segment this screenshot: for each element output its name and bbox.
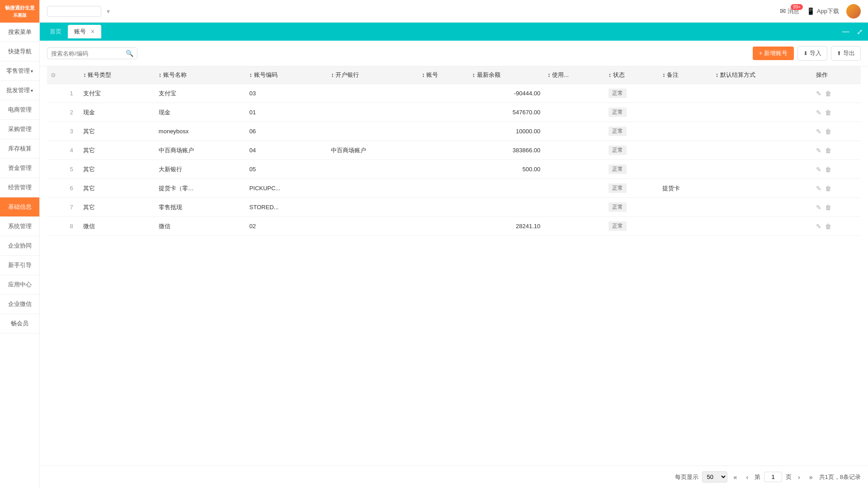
- cell-type-3: 其它: [80, 141, 155, 160]
- sidebar-item-member[interactable]: 畅会员: [0, 314, 39, 333]
- toolbar-right: + 新增账号 ⬇ 导入 ⬆ 导出: [753, 46, 861, 61]
- delete-button[interactable]: 🗑: [825, 128, 831, 135]
- prev-page-button[interactable]: ‹: [743, 473, 751, 482]
- cell-settlement-0: [712, 84, 812, 103]
- sidebar-item-inventory-check[interactable]: 库存核算: [0, 139, 39, 159]
- header-right: ✉ 消息 99+ 📱 App下载: [780, 4, 861, 19]
- first-page-button[interactable]: «: [731, 473, 740, 482]
- edit-button[interactable]: ✎: [816, 128, 821, 135]
- logo-subtext: 乐惠版: [5, 12, 35, 19]
- tab-home[interactable]: 首页: [43, 25, 68, 38]
- sidebar-item-ecommerce-mgmt[interactable]: 电商管理: [0, 100, 39, 120]
- cell-bank-2: [327, 122, 418, 141]
- message-button[interactable]: ✉ 消息 99+: [780, 7, 799, 15]
- cell-balance-4: 500.00: [468, 160, 544, 179]
- maximize-icon[interactable]: ⤢: [855, 26, 864, 38]
- edit-button[interactable]: ✎: [816, 166, 821, 173]
- delete-button[interactable]: 🗑: [825, 204, 831, 211]
- sidebar-item-enterprise-agreement[interactable]: 企业协同: [0, 236, 39, 256]
- page-size-select[interactable]: 50 10 20 100: [702, 471, 727, 483]
- phone-icon: 📱: [807, 7, 815, 15]
- top-search-input[interactable]: [47, 6, 101, 17]
- col-type[interactable]: ↕ 账号类型: [80, 66, 155, 84]
- sidebar-item-quick-nav[interactable]: 快捷导航: [0, 42, 39, 61]
- cell-settlement-6: [712, 198, 812, 217]
- edit-button[interactable]: ✎: [816, 109, 821, 116]
- tab-close-icon[interactable]: ✕: [90, 28, 95, 35]
- edit-button[interactable]: ✎: [816, 90, 821, 97]
- import-button[interactable]: ⬇ 导入: [797, 46, 827, 61]
- edit-button[interactable]: ✎: [816, 185, 821, 192]
- cell-type-0: 支付宝: [80, 84, 155, 103]
- cell-account-3: [418, 141, 468, 160]
- delete-button[interactable]: 🗑: [825, 147, 831, 154]
- col-status[interactable]: ↕ 状态: [605, 66, 659, 84]
- pagination: 每页显示 50 10 20 100 « ‹ 第 页 › » 共1页，8条记录: [40, 465, 868, 488]
- cell-index-1: [47, 103, 63, 122]
- col-balance[interactable]: ↕ 最新余额: [468, 66, 544, 84]
- edit-button[interactable]: ✎: [816, 204, 821, 211]
- delete-button[interactable]: 🗑: [825, 185, 831, 192]
- edit-button[interactable]: ✎: [816, 147, 821, 154]
- next-page-button[interactable]: ›: [795, 473, 803, 482]
- content-area: 🔍 + 新增账号 ⬇ 导入 ⬆ 导出: [40, 41, 868, 488]
- sidebar-item-fund-mgmt[interactable]: 资金管理: [0, 159, 39, 178]
- status-badge: 正常: [609, 89, 627, 98]
- col-code[interactable]: ↕ 账号编码: [246, 66, 328, 84]
- toolbar-left: 🔍: [47, 47, 137, 59]
- add-account-button[interactable]: + 新增账号: [753, 47, 794, 60]
- last-page-button[interactable]: »: [807, 473, 816, 482]
- col-remark[interactable]: ↕ 备注: [659, 66, 712, 84]
- cell-status-7: 正常: [605, 217, 659, 236]
- delete-button[interactable]: 🗑: [825, 90, 831, 97]
- sidebar-item-wholesale-mgmt[interactable]: 批发管理 ▾: [0, 81, 39, 100]
- cell-type-7: 微信: [80, 217, 155, 236]
- col-bank[interactable]: ↕ 开户银行: [327, 66, 418, 84]
- col-name[interactable]: ↕ 账号名称: [155, 66, 246, 84]
- sidebar-item-operations-mgmt[interactable]: 经营管理: [0, 178, 39, 197]
- cell-num-1: 2: [63, 103, 80, 122]
- col-settlement[interactable]: ↕ 默认结算方式: [712, 66, 812, 84]
- minimize-icon[interactable]: —: [840, 26, 851, 38]
- table-row: 4 其它 中百商场账户 04 中百商场账户 383866.00 正常 ✎ 🗑: [47, 141, 861, 160]
- delete-button[interactable]: 🗑: [825, 223, 831, 230]
- cell-code-7: 02: [246, 217, 328, 236]
- import-icon: ⬇: [803, 50, 808, 56]
- search-input[interactable]: [51, 50, 126, 57]
- search-icon[interactable]: 🔍: [126, 50, 133, 57]
- settings-icon[interactable]: ⚙: [51, 72, 56, 79]
- col-usage[interactable]: ↕ 使用...: [544, 66, 604, 84]
- cell-action-1: ✎ 🗑: [812, 103, 861, 122]
- user-avatar[interactable]: [846, 4, 861, 19]
- cell-name-2: moneybosx: [155, 122, 246, 141]
- col-account[interactable]: ↕ 账号: [418, 66, 468, 84]
- app-download-button[interactable]: 📱 App下载: [807, 7, 839, 15]
- sidebar-item-app-center[interactable]: 应用中心: [0, 275, 39, 295]
- cell-status-2: 正常: [605, 122, 659, 141]
- cell-remark-4: [659, 160, 712, 179]
- cell-name-3: 中百商场账户: [155, 141, 246, 160]
- cell-code-2: 06: [246, 122, 328, 141]
- export-button[interactable]: ⬆ 导出: [831, 46, 861, 61]
- cell-num-4: 5: [63, 160, 80, 179]
- delete-button[interactable]: 🗑: [825, 166, 831, 173]
- tab-home-label: 首页: [50, 28, 61, 36]
- current-page-input[interactable]: [764, 472, 782, 482]
- status-badge: 正常: [609, 202, 627, 212]
- cell-index-7: [47, 217, 63, 236]
- cell-remark-1: [659, 103, 712, 122]
- sidebar-item-basic-info[interactable]: 基础信息: [0, 197, 39, 217]
- sidebar-item-search-menu[interactable]: 搜索菜单: [0, 23, 39, 42]
- cell-usage-6: [544, 198, 604, 217]
- cell-status-5: 正常: [605, 179, 659, 198]
- sidebar-item-new-guide[interactable]: 新手引导: [0, 256, 39, 275]
- delete-button[interactable]: 🗑: [825, 109, 831, 116]
- tab-account[interactable]: 账号 ✕: [68, 25, 101, 38]
- sidebar-item-purchase-mgmt[interactable]: 采购管理: [0, 120, 39, 139]
- cell-num-3: 4: [63, 141, 80, 160]
- tab-bar-actions: — ⤢: [840, 26, 864, 38]
- sidebar-item-enterprise-wechat[interactable]: 企业微信: [0, 295, 39, 314]
- sidebar-item-retail-mgmt[interactable]: 零售管理 ▾: [0, 61, 39, 81]
- edit-button[interactable]: ✎: [816, 223, 821, 230]
- sidebar-item-system-mgmt[interactable]: 系统管理: [0, 217, 39, 236]
